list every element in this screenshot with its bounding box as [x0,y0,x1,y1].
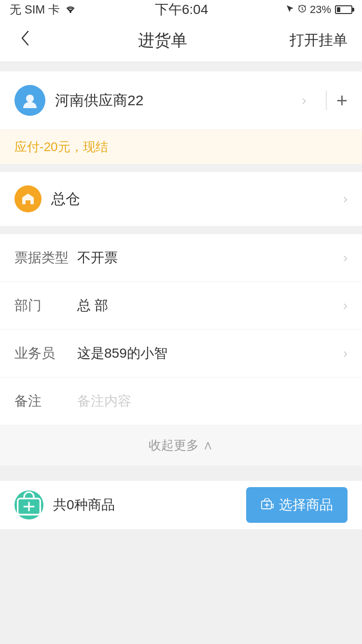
status-left: 无 SIM 卡 [10,2,77,17]
goods-bar: 共0种商品 选择商品 [0,481,362,529]
department-value: 总 部 [77,296,343,315]
battery-text: 23% [310,3,331,16]
remark-row[interactable]: 备注 备注内容 [0,378,362,425]
page-title: 进货单 [138,29,187,52]
invoice-type-chevron-icon: › [343,250,348,266]
section-gap-top [0,62,362,71]
battery-icon [335,5,352,14]
goods-count: 共0种商品 [53,496,246,514]
salesperson-label: 业务员 [14,344,77,363]
svg-point-2 [26,95,34,102]
department-label: 部门 [14,296,77,315]
goods-icon [14,490,43,519]
remark-value[interactable]: 备注内容 [77,392,348,410]
collapse-label: 收起更多 ∧ [149,437,213,454]
status-right: 23% [286,3,352,16]
warehouse-chevron-icon: › [343,191,348,207]
open-pending-button[interactable]: 打开挂单 [290,30,348,50]
location-icon [286,3,294,16]
supplier-name: 河南供应商22 [55,91,302,111]
warehouse-icon [14,185,42,212]
back-button[interactable] [14,24,36,57]
supplier-card: 河南供应商22 › + 应付-20元，现结 [0,71,362,164]
add-supplier-button[interactable]: + [336,91,348,110]
wifi-icon [64,3,77,16]
department-chevron-icon: › [343,298,348,313]
supplier-chevron-icon: › [302,93,306,108]
status-time: 下午6:04 [155,0,209,19]
salesperson-chevron-icon: › [343,346,348,361]
svg-point-0 [70,11,71,13]
form-card: 票据类型 不开票 › 部门 总 部 › 业务员 这是859的小智 › 备注 备注… [0,234,362,425]
salesperson-row[interactable]: 业务员 这是859的小智 › [0,330,362,378]
status-bar: 无 SIM 卡 下午6:04 [0,0,362,19]
section-divider-3 [0,465,362,473]
notice-text: 应付-20元，现结 [14,140,108,154]
supplier-divider [326,91,327,110]
department-row[interactable]: 部门 总 部 › [0,282,362,330]
select-goods-button[interactable]: 选择商品 [246,487,348,523]
warehouse-row[interactable]: 总仓 › [0,172,362,226]
remark-label: 备注 [14,392,77,410]
warehouse-label: 总仓 [51,189,343,209]
salesperson-value: 这是859的小智 [77,344,343,363]
section-divider-2 [0,226,362,234]
invoice-type-label: 票据类型 [14,249,77,267]
notice-bar: 应付-20元，现结 [0,130,362,164]
invoice-type-row[interactable]: 票据类型 不开票 › [0,234,362,282]
carrier-text: 无 SIM 卡 [10,2,60,17]
select-goods-label: 选择商品 [279,496,333,514]
supplier-avatar [14,85,45,116]
invoice-type-value: 不开票 [77,249,343,267]
nav-bar: 进货单 打开挂单 [0,19,362,62]
section-divider-1 [0,164,362,172]
alarm-icon [297,3,307,16]
supplier-row[interactable]: 河南供应商22 › + [0,71,362,130]
collapse-row[interactable]: 收起更多 ∧ [0,425,362,465]
svg-rect-3 [26,200,30,204]
